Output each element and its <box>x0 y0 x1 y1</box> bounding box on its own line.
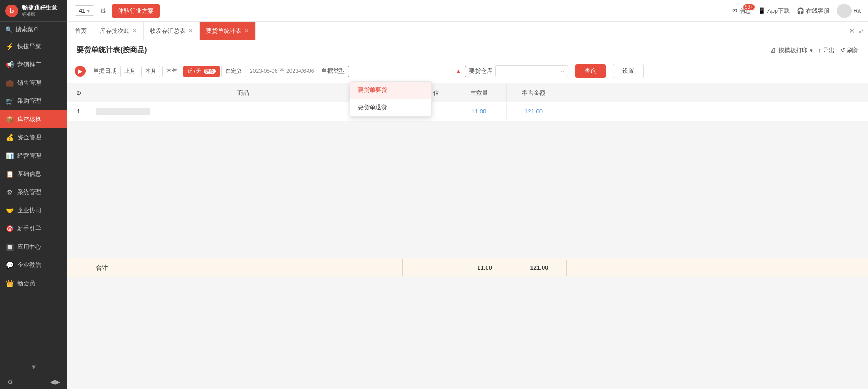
marketing-icon: 📢 <box>5 61 14 68</box>
tab-order-stats-close[interactable]: ✕ <box>244 28 249 34</box>
product-placeholder <box>96 108 150 115</box>
sidebar-item-finance[interactable]: 💰 资金管理 <box>0 128 67 147</box>
footer-total-label: 合计 <box>96 264 108 271</box>
tab-home[interactable]: 首页 <box>75 22 93 40</box>
th-settings[interactable]: ⚙ <box>67 85 90 101</box>
sidebar-item-quick-nav[interactable]: ⚡ 快捷导航 <box>0 37 67 56</box>
tab-inventory-batch-close[interactable]: ✕ <box>132 28 137 34</box>
td-row-no: 1 <box>67 103 90 119</box>
sidebar-item-marketing[interactable]: 📢 营销推广 <box>0 56 67 74</box>
warehouse-more-icon[interactable]: ··· <box>559 67 565 75</box>
query-btn[interactable]: 查询 <box>575 64 606 78</box>
date-btn-prev[interactable]: 上月 <box>120 66 139 77</box>
topbar-gear-btn[interactable]: ⚙ <box>100 6 106 15</box>
page-content: 要货单统计表(按商品) 🖨 按模板打印 ▾ ↑ 导出 ↺ 刷新 ▶ <box>67 40 868 389</box>
sidebar-item-cooperation[interactable]: 🤝 企业协同 <box>0 201 67 220</box>
date-btn-year[interactable]: 本年 <box>162 66 181 77</box>
print-btn[interactable]: 🖨 按模板打印 ▾ <box>770 46 813 55</box>
basic-icon: 📋 <box>5 170 14 178</box>
refresh-icon: ↺ <box>840 47 845 54</box>
warehouse-label: 要货仓库 <box>469 67 493 75</box>
date-btn-custom[interactable]: 自定义 <box>221 66 246 77</box>
sidebar-item-wechat[interactable]: 💬 企业微信 <box>0 256 67 274</box>
sidebar-item-sales[interactable]: 💼 销售管理 <box>0 74 67 92</box>
type-dropdown-arrow[interactable]: ▲ <box>455 67 462 75</box>
dropdown-item-order-return[interactable]: 要货单退货 <box>350 99 431 116</box>
sidebar-logo: b 畅捷通好生意 标准版 <box>0 0 67 22</box>
guide-icon: 🎯 <box>5 225 14 232</box>
sidebar-settings-btn[interactable]: ⚙ <box>7 378 13 385</box>
operation-icon: 📊 <box>5 152 14 159</box>
search-label: 搜索菜单 <box>15 26 39 34</box>
tabbar-close-all-btn[interactable]: ✕ <box>849 26 855 35</box>
system-icon: ⚙ <box>5 189 14 196</box>
message-icon: ✉ <box>732 7 737 14</box>
table-header: ⚙ 商品 主计量单位 主数量 零售金额 <box>67 84 868 102</box>
sidebar-item-inventory[interactable]: 📦 库存核算 <box>0 110 67 128</box>
sidebar-item-label: 畅会员 <box>17 279 35 287</box>
trial-industry-btn[interactable]: 体验行业方案 <box>112 4 160 18</box>
type-input[interactable] <box>348 66 466 77</box>
sidebar-item-label: 快捷导航 <box>17 42 41 51</box>
sidebar-item-system[interactable]: ⚙ 系统管理 <box>0 183 67 201</box>
tab-receivable-summary[interactable]: 收发存汇总表 ✕ <box>144 22 200 40</box>
user-profile-btn[interactable]: Rit <box>837 4 861 18</box>
nav-number-display[interactable]: 41 ▾ <box>75 5 94 16</box>
sidebar-search[interactable]: 🔍 搜索菜单 <box>0 22 67 37</box>
warehouse-input[interactable]: ··· <box>495 65 568 77</box>
sidebar-item-label: 采购管理 <box>17 97 41 105</box>
sidebar-scroll-down[interactable]: ▼ <box>0 360 67 374</box>
app-download-btn[interactable]: 📱 App下载 <box>758 7 790 15</box>
sidebar-item-operation[interactable]: 📊 经营管理 <box>0 147 67 165</box>
refresh-btn[interactable]: ↺ 刷新 <box>840 46 859 55</box>
sidebar-item-app-center[interactable]: 🔲 应用中心 <box>0 238 67 256</box>
nav-dropdown-arrow[interactable]: ▾ <box>87 7 90 14</box>
table-spacer <box>67 121 868 258</box>
sidebar-item-label: 资金管理 <box>17 133 41 142</box>
print-dropdown-icon[interactable]: ▾ <box>810 47 813 54</box>
data-table: ⚙ 商品 主计量单位 主数量 零售金额 1 块 11.00 121.00 <box>67 84 868 121</box>
sidebar-item-basic[interactable]: 📋 基础信息 <box>0 165 67 183</box>
tab-receivable-summary-close[interactable]: ✕ <box>188 28 193 34</box>
date-buttons: 上月 本月 本年 近7天 更多 自定义 <box>120 66 246 77</box>
sidebar-collapse-btn[interactable]: ◀▶ <box>50 378 60 385</box>
edition-label: 标准版 <box>22 11 57 17</box>
sidebar-item-label: 新手引导 <box>17 225 41 233</box>
sidebar-nav: ⚡ 快捷导航 📢 营销推广 💼 销售管理 🛒 采购管理 📦 库存核算 💰 资金管… <box>0 37 67 360</box>
dropdown-item-order-goods[interactable]: 要货单要货 <box>350 82 431 99</box>
online-service-btn[interactable]: 🎧 在线客服 <box>797 7 830 15</box>
sidebar-item-label: 经营管理 <box>17 152 41 160</box>
export-btn[interactable]: ↑ 导出 <box>818 46 835 55</box>
refresh-label: 刷新 <box>847 46 859 55</box>
date-range-display: 2023-05-06 至 2023-06-06 <box>250 67 314 75</box>
tabbar-expand-btn[interactable]: ⤢ <box>858 26 864 35</box>
date-btn-current[interactable]: 本月 <box>141 66 160 77</box>
settings-btn[interactable]: 设置 <box>613 64 644 78</box>
member-icon: 👑 <box>5 280 14 287</box>
sidebar-item-member[interactable]: 👑 畅会员 <box>0 274 67 292</box>
sidebar-item-label: 企业协同 <box>17 206 41 215</box>
app-download-label: App下载 <box>767 7 790 15</box>
th-qty: 主数量 <box>452 84 507 102</box>
sidebar-item-label: 营销推广 <box>17 61 41 69</box>
search-icon: 🔍 <box>5 26 13 33</box>
nav-number: 41 <box>79 7 85 14</box>
page-title: 要货单统计表(按商品) <box>77 46 147 55</box>
tabbar-actions: ✕ ⤢ <box>849 26 868 35</box>
topbar-right: ✉ 消息 99+ 📱 App下载 🎧 在线客服 Rit <box>732 4 861 18</box>
qty-link[interactable]: 11.00 <box>472 108 487 115</box>
messages-btn[interactable]: ✉ 消息 99+ <box>732 7 751 15</box>
date-btn-week7[interactable]: 近7天 更多 <box>183 66 220 77</box>
th-amount: 零售金额 <box>507 84 561 102</box>
type-filter-group: 单据类型 ▲ <box>321 66 462 77</box>
table-footer: 合计 11.00 121.00 <box>67 258 868 277</box>
sidebar-item-purchase[interactable]: 🛒 采购管理 <box>0 92 67 110</box>
filter-expand-btn[interactable]: ▶ <box>75 66 86 77</box>
topbar: 41 ▾ ⚙ 体验行业方案 ✉ 消息 99+ 📱 App下载 🎧 在线客服 Ri… <box>67 0 868 22</box>
amount-link[interactable]: 121.00 <box>524 108 543 115</box>
tab-order-stats[interactable]: 要货单统计表 ✕ <box>200 22 256 40</box>
sidebar-item-guide[interactable]: 🎯 新手引导 <box>0 220 67 238</box>
footer-amount: 121.00 <box>512 260 567 276</box>
warehouse-filter-group: 要货仓库 ··· <box>469 65 568 77</box>
tab-inventory-batch[interactable]: 库存批次账 ✕ <box>93 22 144 40</box>
